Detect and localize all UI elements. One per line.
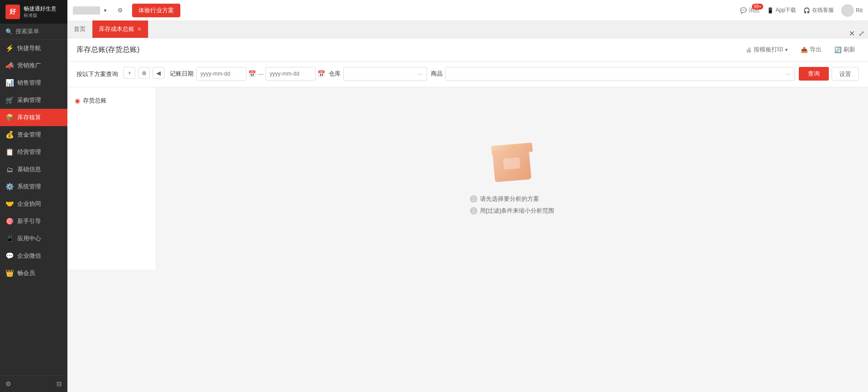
- sidebar-item-quick-nav[interactable]: ⚡ 快捷导航: [0, 40, 67, 57]
- schema-item-icon: ◉: [75, 97, 80, 104]
- product-filter-field: 商品 ···: [431, 67, 795, 81]
- empty-illustration: ★: [485, 142, 539, 188]
- filter-collapse-icon: ◀: [156, 70, 161, 76]
- sidebar-item-app-center[interactable]: 📱 应用中心: [0, 230, 67, 247]
- page-header: 库存总账(存货总账) 🖨 按模板打印 ▾ 📤 导出 🔄 刷新: [67, 38, 868, 61]
- tabbar-close-btn[interactable]: ✕: [849, 29, 855, 38]
- page-title: 库存总账(存货总账): [77, 45, 140, 55]
- export-btn[interactable]: 📤 导出: [797, 44, 825, 56]
- warehouse-filter-label: 仓库: [329, 70, 341, 78]
- sidebar-item-operation[interactable]: 📋 经营管理: [0, 143, 67, 161]
- schema-panel: ◉ 存货总账: [67, 87, 156, 270]
- filter-add-btn[interactable]: ＋: [123, 67, 135, 79]
- hint-num-2: 2: [470, 207, 477, 214]
- sidebar-item-system[interactable]: ⚙️ 系统管理: [0, 178, 67, 195]
- topbar-dropdown-btn[interactable]: ▾: [102, 6, 108, 15]
- topbar-app-download-btn[interactable]: 📱 App下载: [767, 6, 796, 14]
- sidebar-item-sales[interactable]: 📊 销售管理: [0, 74, 67, 92]
- product-input-wrap[interactable]: ···: [445, 67, 795, 81]
- topbar-brand: ▾: [73, 6, 108, 15]
- system-icon: ⚙️: [5, 183, 14, 191]
- member-icon: 👑: [5, 269, 14, 277]
- filter-add-icon: ＋: [127, 69, 133, 77]
- empty-hint-1: 1 请先选择要分析的方案: [470, 195, 554, 203]
- sidebar-item-purchase[interactable]: 🛒 采购管理: [0, 92, 67, 109]
- print-icon: 🖨: [746, 46, 752, 53]
- sidebar-item-label: 采购管理: [17, 96, 41, 104]
- product-input[interactable]: [449, 71, 784, 77]
- print-btn[interactable]: 🖨 按模板打印 ▾: [742, 44, 791, 56]
- export-label: 导出: [810, 46, 822, 54]
- product-more-icon[interactable]: ···: [786, 70, 791, 77]
- messages-badge: 99+: [752, 4, 763, 10]
- topbar-settings-btn[interactable]: ⚙: [114, 4, 127, 17]
- cal-start-icon[interactable]: 📅: [248, 70, 256, 77]
- sidebar-footer: ⚙ ⊟: [0, 375, 67, 392]
- filter-buttons-right: 查询 设置: [799, 67, 859, 81]
- sidebar-item-newbie[interactable]: 🎯 新手引导: [0, 213, 67, 230]
- filter-collapse-btn[interactable]: ◀: [153, 67, 164, 79]
- warehouse-input[interactable]: [347, 71, 416, 77]
- topbar-left: ▾ ⚙ 体验行业方案: [73, 4, 740, 17]
- tab-close-btn[interactable]: ✕: [137, 26, 142, 32]
- sidebar: 好 畅捷通好生意 标准版 🔍 搜索菜单 ⚡ 快捷导航 📣 营销推广 📊 销售管理…: [0, 0, 67, 392]
- query-btn[interactable]: 查询: [799, 67, 829, 81]
- cal-end-icon[interactable]: 📅: [317, 70, 325, 77]
- sidebar-item-member[interactable]: 👑 畅会员: [0, 265, 67, 282]
- topbar-messages-btn[interactable]: 💬 消息 99+: [740, 6, 760, 14]
- date-input-wrap: 📅 — 📅: [196, 67, 325, 81]
- sidebar-item-finance[interactable]: 💰 资金管理: [0, 126, 67, 143]
- sales-icon: 📊: [5, 79, 14, 87]
- sidebar-item-label: 新手引导: [17, 217, 41, 225]
- set-btn[interactable]: 设置: [832, 67, 859, 81]
- newbie-icon: 🎯: [5, 217, 14, 225]
- app-download-icon: 📱: [767, 7, 774, 14]
- topbar-right: 💬 消息 99+ 📱 App下载 🎧 在线客服 Rit: [740, 4, 863, 17]
- tab-home-label: 首页: [74, 25, 86, 33]
- box-body: [493, 148, 532, 183]
- hint-text-1: 请先选择要分析的方案: [480, 195, 539, 203]
- warehouse-more-icon[interactable]: ···: [418, 70, 423, 77]
- box-star: ★: [510, 143, 517, 152]
- filter-settings-btn[interactable]: ⊕: [138, 67, 150, 79]
- empty-hints: 1 请先选择要分析的方案 2 用[过滤]条件来缩小分析范围: [470, 195, 554, 215]
- sidebar-toggle-btn[interactable]: ⊟: [56, 380, 62, 387]
- sidebar-item-wechat[interactable]: 💬 企业微信: [0, 247, 67, 265]
- topbar-user[interactable]: Rit: [841, 4, 863, 17]
- tab-inventory-cost[interactable]: 库存成本总账 ✕: [92, 20, 148, 38]
- topbar-consult-btn[interactable]: 🎧 在线客服: [803, 6, 834, 14]
- sidebar-search-label: 搜索菜单: [15, 27, 39, 36]
- sidebar-item-inventory[interactable]: 📦 库存核算: [0, 109, 67, 126]
- warehouse-filter-field: 仓库 ···: [329, 67, 427, 81]
- sidebar-settings-btn[interactable]: ⚙: [5, 380, 11, 387]
- sidebar-item-label: 经营管理: [17, 148, 41, 156]
- sidebar-item-basic[interactable]: 🗂 基础信息: [0, 161, 67, 178]
- sidebar-item-marketing[interactable]: 📣 营销推广: [0, 57, 67, 74]
- empty-hint-2: 2 用[过滤]条件来缩小分析范围: [470, 207, 554, 215]
- filter-settings-icon: ⊕: [142, 70, 147, 76]
- collab-icon: 🤝: [5, 200, 14, 208]
- tab-inventory-cost-label: 库存成本总账: [99, 25, 134, 33]
- sidebar-item-label: 资金管理: [17, 131, 41, 139]
- tab-home[interactable]: 首页: [67, 20, 92, 38]
- refresh-btn[interactable]: 🔄 刷新: [831, 44, 859, 56]
- print-dropdown-icon: ▾: [785, 47, 788, 53]
- sidebar-item-collab[interactable]: 🤝 企业协同: [0, 195, 67, 213]
- sidebar-search[interactable]: 🔍 搜索菜单: [0, 24, 67, 40]
- inventory-icon: 📦: [5, 113, 14, 122]
- sidebar-item-label: 快捷导航: [17, 44, 41, 52]
- basic-icon: 🗂: [5, 165, 14, 173]
- app-name: 畅捷通好生意: [24, 5, 56, 13]
- sidebar-item-label: 畅会员: [17, 269, 35, 277]
- schema-item-inventory-ledger[interactable]: ◉ 存货总账: [67, 93, 156, 108]
- consult-icon: 🎧: [803, 7, 810, 14]
- sidebar-logo: 好 畅捷通好生意 标准版: [0, 0, 67, 24]
- sidebar-item-label: 营销推广: [17, 61, 41, 70]
- hint-text-2: 用[过滤]条件来缩小分析范围: [480, 207, 554, 215]
- finance-icon: 💰: [5, 131, 14, 139]
- tabbar-resize-btn[interactable]: ⤢: [858, 29, 864, 38]
- date-start-input[interactable]: [196, 67, 246, 81]
- date-end-input[interactable]: [266, 67, 316, 81]
- topbar-industry-btn[interactable]: 体验行业方案: [132, 4, 180, 17]
- warehouse-input-wrap[interactable]: ···: [343, 67, 427, 81]
